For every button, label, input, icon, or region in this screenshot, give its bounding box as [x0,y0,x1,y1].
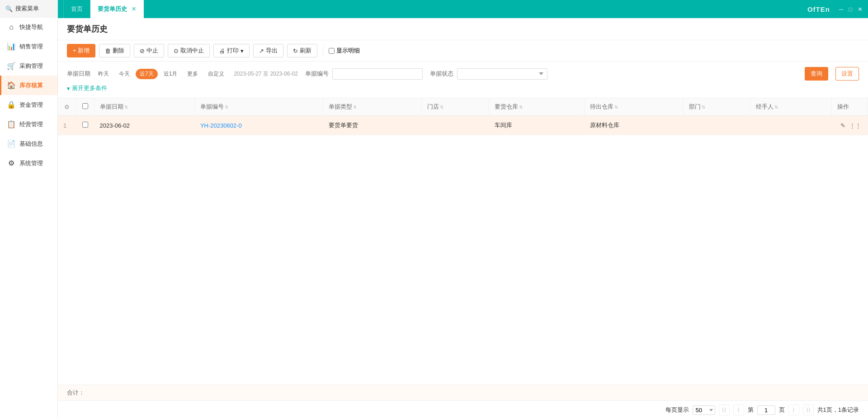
row-checkbox[interactable] [82,122,88,128]
tab-home[interactable]: 首页 [63,0,90,18]
data-table: ⚙ 单据日期⇅ 单据编号⇅ 单据类型⇅ 门店⇅ 要货仓库⇅ 待出仓库⇅ 部门⇅ … [58,98,868,135]
page-size-label: 每页显示 [665,406,689,414]
date-btn-last1month[interactable]: 近1月 [160,69,182,79]
date-btn-last7days[interactable]: 近7天 [136,69,158,79]
sidebar-item-label: 库存核算 [19,81,43,90]
settings-button[interactable]: 设置 [835,67,859,81]
sort-icon-store: ⇅ [440,105,443,110]
doc-status-select[interactable] [457,68,547,80]
maximize-button[interactable]: □ [849,6,852,13]
row-store [422,116,489,135]
th-type: 单据类型⇅ [323,98,422,116]
tab-requisition-history[interactable]: 要货单历史 ✕ [90,0,144,18]
th-checkbox [76,98,94,116]
date-btn-custom[interactable]: 自定义 [204,69,228,79]
doc-number-filter-group: 单据编号 [305,68,423,80]
sort-icon-dept: ⇅ [702,105,705,110]
row-pending-warehouse: 原材料仓库 [585,116,684,135]
cart-icon: 🛒 [7,62,16,70]
page-number-input[interactable] [757,405,775,415]
tab-home-label: 首页 [71,5,83,13]
total-info: 共1页，1条记录 [817,406,859,414]
date-range-display: 2023-05-27 至 2023-06-02 [234,70,297,78]
row-number[interactable]: YH-20230602-0 [194,116,323,135]
page-last-button[interactable]: ⟩⟩ [803,405,814,415]
row-edit-button[interactable]: ✎ [837,120,848,131]
pagination: 每页显示 20 50 100 200 ⟨⟨ ⟨ 第 页 ⟩ ⟩⟩ 共1页，1条记… [58,400,868,419]
date-btn-today[interactable]: 今天 [115,69,134,79]
page-size-select[interactable]: 20 50 100 200 [693,405,715,415]
sidebar-item-inventory[interactable]: 🏠 库存核算 [0,76,57,95]
stop-icon: ⊘ [140,48,145,54]
refresh-icon: ↻ [293,48,298,54]
sort-icon-date: ⇅ [124,105,128,110]
ops-icon: 📋 [7,120,16,129]
expand-label: 展开更多条件 [72,84,107,92]
sidebar-item-label: 采购管理 [19,62,43,70]
doc-status-label: 单据状态 [430,70,453,78]
export-icon: ↗ [259,48,264,54]
delete-button[interactable]: 🗑 删除 [99,44,130,57]
table-footer: 合计： [58,385,868,400]
th-operations: 操作 [832,98,868,116]
row-more-button[interactable]: ⋮⋮ [850,120,861,131]
logo-text: OfTEn [807,5,830,13]
refresh-button[interactable]: ↻ 刷新 [287,44,317,57]
sidebar-item-finance[interactable]: 🔒 资金管理 [0,95,57,114]
minimize-button[interactable]: ─ [839,6,843,13]
expand-more-btn[interactable]: ▾ 展开更多条件 [67,84,859,92]
sidebar-search-label: 搜索菜单 [15,5,39,13]
sort-icon-req-wh: ⇅ [519,105,523,110]
th-number: 单据编号⇅ [194,98,323,116]
sidebar-item-label: 系统管理 [19,159,43,167]
th-settings[interactable]: ⚙ [58,98,76,116]
doc-icon: 📄 [7,139,16,148]
sidebar-item-sales[interactable]: 📊 销售管理 [0,37,57,56]
select-all-checkbox[interactable] [82,103,88,109]
date-buttons: 昨天 今天 近7天 近1月 更多 自定义 [94,69,228,79]
date-filter-group: 单据日期 昨天 今天 近7天 近1月 更多 自定义 2023-05-27 至 2… [67,69,298,79]
sort-icon-number: ⇅ [225,105,228,110]
doc-status-filter-group: 单据状态 [430,68,547,80]
table-area: ⚙ 单据日期⇅ 单据编号⇅ 单据类型⇅ 门店⇅ 要货仓库⇅ 待出仓库⇅ 部门⇅ … [58,98,868,385]
sidebar-item-operations[interactable]: 📋 经营管理 [0,114,57,134]
doc-number-input[interactable] [332,68,423,80]
page-header: 要货单历史 [58,18,868,40]
sidebar-search[interactable]: 🔍 搜索菜单 [0,0,57,18]
topbar-right: OfTEn ─ □ ✕ [807,5,863,13]
show-detail-toggle[interactable]: 显示明细 [329,47,360,55]
row-handler [750,116,832,135]
stop-button[interactable]: ⊘ 中止 [134,44,164,57]
row-checkbox-cell [76,116,94,135]
query-button[interactable]: 查询 [805,67,828,81]
close-button[interactable]: ✕ [858,6,863,13]
tab-requisition-label: 要货单历史 [98,5,127,13]
page-prev-button[interactable]: ⟨ [733,405,744,415]
date-filter-label: 单据日期 [67,70,90,78]
export-button[interactable]: ↗ 导出 [253,44,283,57]
sidebar-item-purchase[interactable]: 🛒 采购管理 [0,56,57,76]
sidebar-item-label: 资金管理 [19,101,43,109]
print-icon: 🖨 [219,48,225,54]
main-content: 首页 要货单历史 ✕ OfTEn ─ □ ✕ 要货单历史 + 新增 🗑 删除 ⊘… [58,0,868,419]
search-icon: 🔍 [5,5,13,12]
page-label: 第 [748,406,754,414]
toolbar-separator [323,46,323,55]
new-button[interactable]: + 新增 [67,44,95,57]
date-btn-more[interactable]: 更多 [183,69,202,79]
sidebar-item-system[interactable]: ⚙ 系统管理 [0,153,57,173]
row-req-warehouse: 车间库 [489,116,584,135]
print-dropdown-icon: ▾ [241,48,244,54]
tab-close-icon[interactable]: ✕ [132,6,136,12]
summary-label: 合计： [67,389,85,397]
show-detail-checkbox[interactable] [329,48,335,54]
page-first-button[interactable]: ⟨⟨ [719,405,730,415]
sidebar-item-label: 基础信息 [19,140,43,148]
cancel-stop-button[interactable]: ⊙ 取消中止 [168,44,210,57]
date-btn-yesterday[interactable]: 昨天 [94,69,113,79]
page-next-button[interactable]: ⟩ [788,405,799,415]
sidebar-item-basic[interactable]: 📄 基础信息 [0,134,57,153]
print-button[interactable]: 🖨 打印 ▾ [213,44,250,57]
sidebar-item-quick-nav[interactable]: ⌂ 快捷导航 [0,18,57,37]
row-operations: ✎ ⋮⋮ [832,116,868,135]
